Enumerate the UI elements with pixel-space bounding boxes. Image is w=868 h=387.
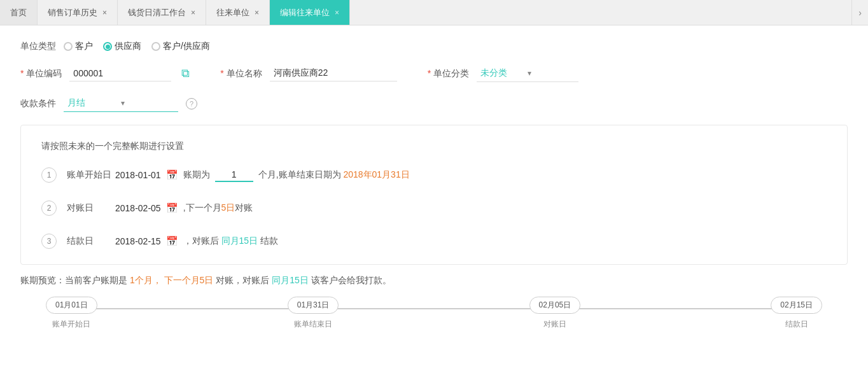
- timeline-nodes: 01月01日 账单开始日 01月31日 账单结束日 02月05日 对账日 02月…: [33, 297, 835, 330]
- node-4-label: 结款日: [785, 319, 808, 330]
- timeline-node-4: 02月15日 结款日: [771, 297, 822, 330]
- step-2-calendar-icon[interactable]: 📅: [166, 202, 178, 214]
- step-1-num: 1: [41, 167, 57, 183]
- preview-part4: 同月15日: [272, 275, 309, 285]
- step-3-calendar-icon[interactable]: 📅: [166, 236, 178, 247]
- tab-partner[interactable]: 往来单位 ×: [206, 0, 270, 25]
- preview-part5: 该客户会给我打款。: [311, 275, 391, 285]
- tab-home-label: 首页: [10, 7, 27, 18]
- step-1-row: 1 账单开始日 2018-01-01 📅 账期为 个月,账单结束日期为 2018…: [41, 167, 827, 183]
- step-1-date: 2018-01-01: [115, 170, 161, 180]
- billing-period-card: 请按照未来的一个完整帐期进行设置 1 账单开始日 2018-01-01 📅 账期…: [20, 125, 848, 265]
- preview-part3: 对账，对账后: [216, 275, 269, 285]
- payment-terms-label: 收款条件: [20, 98, 56, 109]
- unit-category-chevron-icon: ▾: [528, 69, 575, 78]
- step-2-desc-prefix: ,下一个月: [183, 202, 221, 214]
- payment-terms-row: 收款条件 月结 ▾ ?: [20, 95, 848, 112]
- step-1-period-suffix: 个月,账单结束日期为: [258, 169, 344, 181]
- step-2-desc-suffix: 对账: [235, 202, 253, 214]
- radio-customer-circle: [64, 42, 73, 51]
- radio-customer[interactable]: 客户: [64, 41, 93, 52]
- timeline-node-1: 01月01日 账单开始日: [46, 297, 97, 330]
- period-input[interactable]: [215, 168, 253, 182]
- unit-category-value: 未分类: [480, 67, 528, 79]
- tab-sales-history-close[interactable]: ×: [102, 8, 107, 17]
- payment-terms-value: 月结: [67, 97, 121, 109]
- unit-type-radio-group: 客户 供应商 客户/供应商: [64, 41, 210, 52]
- tab-cash-workbench-label: 钱货日清工作台: [128, 7, 186, 18]
- node-2-tag: 01月31日: [288, 297, 339, 314]
- node-1-tag: 01月01日: [46, 297, 97, 314]
- tab-edit-partner[interactable]: 编辑往来单位 ×: [270, 0, 350, 25]
- timeline-node-3: 02月05日 对账日: [529, 297, 581, 330]
- radio-both-circle: [151, 42, 160, 51]
- preview-part2: 下一个月5日: [164, 275, 214, 285]
- radio-supplier[interactable]: 供应商: [103, 41, 141, 52]
- step-2-row: 2 对账日 2018-02-05 📅 ,下一个月 5日 对账: [41, 201, 827, 216]
- unit-name-input[interactable]: [270, 66, 397, 81]
- unit-name-label: 单位名称: [220, 68, 262, 80]
- radio-customer-label: 客户: [75, 41, 93, 52]
- node-2-label: 账单结束日: [294, 319, 332, 330]
- unit-category-label: 单位分类: [428, 68, 469, 80]
- tab-cash-workbench[interactable]: 钱货日清工作台 ×: [118, 0, 206, 25]
- node-3-tag: 02月05日: [529, 297, 581, 314]
- radio-supplier-circle: [103, 42, 112, 51]
- node-3-label: 对账日: [543, 319, 566, 330]
- step-3-desc-prefix: ，对账后: [183, 236, 221, 247]
- payment-terms-chevron-icon: ▾: [121, 99, 174, 108]
- help-icon[interactable]: ?: [186, 98, 197, 109]
- step-3-row: 3 结款日 2018-02-15 📅 ，对账后 同月15日 结款: [41, 234, 827, 249]
- step-3-label: 结款日: [67, 236, 105, 247]
- tab-edit-partner-label: 编辑往来单位: [280, 7, 330, 18]
- step-2-num: 2: [41, 201, 57, 216]
- tab-sales-history[interactable]: 销售订单历史 ×: [38, 0, 118, 25]
- timeline-node-2: 01月31日 账单结束日: [288, 297, 339, 330]
- step-3-desc-highlight: 同月15日: [221, 236, 258, 247]
- radio-both[interactable]: 客户/供应商: [151, 41, 210, 52]
- step-1-period-prefix: 账期为: [183, 169, 210, 181]
- step-2-desc-highlight: 5日: [221, 202, 235, 214]
- step-1-calendar-icon[interactable]: 📅: [166, 169, 178, 181]
- tab-sales-history-label: 销售订单历史: [48, 7, 97, 18]
- timeline-container: 01月01日 账单开始日 01月31日 账单结束日 02月05日 对账日 02月…: [20, 297, 848, 330]
- unit-info-row: 单位编码 ⧉ 单位名称 单位分类 未分类 ▾: [20, 65, 848, 82]
- step-1-label: 账单开始日: [67, 169, 105, 181]
- step-1-end-date: 2018年01月31日: [343, 169, 409, 181]
- node-4-tag: 02月15日: [771, 297, 822, 314]
- unit-type-label: 单位类型: [20, 41, 56, 52]
- unit-type-row: 单位类型 客户 供应商 客户/供应商: [20, 41, 848, 52]
- unit-code-label: 单位编码: [20, 68, 62, 80]
- step-2-date: 2018-02-05: [115, 203, 161, 213]
- tab-cash-workbench-close[interactable]: ×: [191, 8, 195, 17]
- step-3-desc-suffix: 结款: [258, 236, 278, 247]
- unit-code-input[interactable]: [69, 66, 171, 81]
- section-instruction: 请按照未来的一个完整帐期进行设置: [41, 141, 827, 152]
- radio-supplier-label: 供应商: [115, 41, 141, 52]
- node-1-label: 账单开始日: [52, 319, 90, 330]
- tab-edit-partner-close[interactable]: ×: [335, 8, 339, 17]
- radio-both-label: 客户/供应商: [163, 41, 210, 52]
- step-3-date: 2018-02-15: [115, 236, 161, 246]
- tab-partner-close[interactable]: ×: [255, 8, 259, 17]
- payment-terms-select[interactable]: 月结 ▾: [64, 95, 178, 112]
- main-content: 单位类型 客户 供应商 客户/供应商 单位编码 ⧉ 单位名称 单位分类 未分: [0, 25, 868, 387]
- unit-category-select[interactable]: 未分类 ▾: [477, 65, 578, 82]
- step-2-label: 对账日: [67, 202, 105, 214]
- tabs-bar: 首页 销售订单历史 × 钱货日清工作台 × 往来单位 × 编辑往来单位 × ›: [0, 0, 868, 25]
- preview-part1: 1个月，: [130, 275, 162, 285]
- unit-code-copy-icon[interactable]: ⧉: [181, 67, 190, 80]
- tab-home[interactable]: 首页: [0, 0, 38, 25]
- step-3-num: 3: [41, 234, 57, 249]
- tab-partner-label: 往来单位: [216, 7, 249, 18]
- preview-prefix: 账期预览：当前客户账期是: [20, 275, 127, 285]
- tab-more-arrow[interactable]: ›: [851, 0, 868, 25]
- preview-section: 账期预览：当前客户账期是 1个月， 下一个月5日 对账，对账后 同月15日 该客…: [20, 275, 848, 286]
